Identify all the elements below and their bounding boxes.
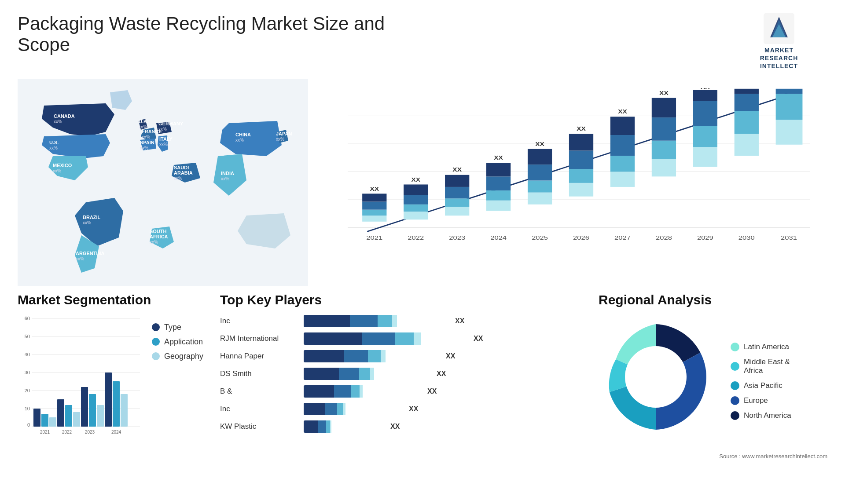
bar-seg1 — [304, 403, 325, 415]
svg-text:xx%: xx% — [142, 135, 150, 139]
geo-dot — [152, 352, 160, 360]
svg-text:ARABIA: ARABIA — [174, 170, 193, 175]
svg-text:2022: 2022 — [408, 234, 424, 241]
app-dot — [152, 338, 160, 346]
player-bar-segments — [304, 350, 442, 362]
logo-area: MARKET RESEARCH INTELLECT — [731, 13, 827, 70]
svg-text:CHINA: CHINA — [235, 132, 251, 137]
svg-rect-137 — [121, 394, 128, 427]
svg-rect-74 — [569, 183, 593, 196]
player-name: Inc — [220, 405, 299, 413]
player-bar-segments — [304, 315, 452, 327]
svg-rect-50 — [404, 212, 428, 219]
bar-seg1 — [304, 350, 344, 362]
svg-rect-100 — [735, 94, 759, 111]
bar-seg1 — [304, 315, 350, 327]
svg-rect-65 — [486, 163, 511, 176]
svg-text:2030: 2030 — [738, 234, 755, 241]
bar-seg2 — [362, 332, 395, 345]
svg-rect-133 — [97, 405, 104, 427]
svg-text:INDIA: INDIA — [221, 171, 234, 176]
north-america-color — [731, 411, 739, 420]
bar-seg3 — [351, 385, 360, 398]
svg-text:XX: XX — [618, 108, 627, 114]
svg-rect-71 — [528, 149, 552, 164]
bar-seg3 — [395, 332, 414, 345]
bar-seg3 — [378, 315, 392, 327]
player-bar-segments — [304, 385, 424, 398]
svg-rect-77 — [569, 134, 593, 150]
svg-text:2029: 2029 — [697, 234, 713, 241]
svg-text:2024: 2024 — [490, 234, 507, 241]
svg-text:2024: 2024 — [111, 430, 121, 435]
svg-text:40: 40 — [25, 352, 30, 357]
svg-text:BRAZIL: BRAZIL — [83, 215, 101, 220]
svg-text:AFRICA: AFRICA — [150, 234, 168, 239]
bar-seg4 — [343, 403, 345, 415]
player-xx: XX — [455, 317, 464, 325]
svg-rect-135 — [105, 373, 112, 427]
svg-rect-136 — [113, 381, 120, 427]
player-row: DS Smith XX — [220, 367, 585, 381]
svg-rect-127 — [57, 399, 64, 427]
svg-rect-99 — [735, 111, 759, 134]
player-row: Inc XX — [220, 314, 585, 328]
svg-text:XX: XX — [370, 186, 379, 192]
reg-legend-latin: Latin America — [731, 343, 791, 351]
svg-rect-95 — [693, 90, 717, 100]
svg-rect-128 — [65, 405, 72, 427]
svg-text:xx%: xx% — [158, 127, 167, 131]
legend-type: Type — [152, 323, 203, 332]
svg-rect-129 — [73, 412, 80, 427]
svg-text:2023: 2023 — [85, 430, 95, 435]
regional-title: Regional Analysis — [599, 292, 827, 307]
svg-text:2028: 2028 — [656, 234, 672, 241]
player-name: B & — [220, 387, 299, 396]
svg-rect-45 — [362, 209, 386, 215]
svg-text:xx%: xx% — [76, 256, 84, 261]
type-dot — [152, 323, 160, 331]
asia-color — [731, 381, 739, 390]
players-section: Top Key Players Inc XX RJM International — [220, 292, 585, 460]
player-xx: XX — [390, 423, 400, 431]
svg-text:SOUTH: SOUTH — [150, 229, 167, 234]
svg-text:ITALY: ITALY — [159, 136, 173, 142]
svg-rect-52 — [404, 195, 428, 205]
latin-color — [731, 343, 739, 351]
logo-text: MARKET RESEARCH INTELLECT — [760, 46, 798, 70]
svg-text:2026: 2026 — [573, 234, 589, 241]
legend-application: Application — [152, 337, 203, 347]
mea-label: Middle East &Africa — [744, 358, 790, 375]
svg-rect-104 — [776, 120, 803, 144]
svg-rect-59 — [445, 175, 469, 186]
svg-text:XX: XX — [411, 176, 420, 183]
svg-text:XX: XX — [577, 125, 586, 131]
svg-rect-44 — [362, 215, 386, 222]
player-bar: XX — [304, 314, 585, 328]
svg-rect-47 — [362, 194, 386, 201]
svg-text:60: 60 — [25, 316, 30, 321]
svg-text:GERMANY: GERMANY — [158, 121, 184, 126]
player-name: KW Plastic — [220, 422, 299, 431]
bar-seg3 — [326, 420, 330, 433]
player-bar: XX — [304, 349, 585, 363]
source-text: Source : www.marketresearchintellect.com — [599, 453, 827, 460]
svg-rect-132 — [89, 394, 96, 427]
svg-text:2025: 2025 — [532, 234, 548, 241]
page-container: Packaging Waste Recycling Market Size an… — [0, 0, 845, 504]
bar-seg1 — [304, 420, 318, 433]
svg-text:xx%: xx% — [53, 168, 61, 173]
donut-chart — [599, 320, 713, 434]
svg-rect-94 — [693, 101, 717, 126]
bar-seg1 — [304, 368, 339, 380]
svg-rect-80 — [610, 172, 635, 186]
player-row: Inc XX — [220, 402, 585, 416]
svg-rect-83 — [610, 117, 635, 135]
bar-seg1 — [304, 332, 362, 345]
player-name: Hanna Paper — [220, 352, 299, 361]
seg-chart-wrapper: 60 50 40 30 20 10 0 — [18, 314, 141, 446]
svg-text:2031: 2031 — [781, 234, 797, 241]
bar-seg3 — [359, 368, 370, 380]
players-title: Top Key Players — [220, 292, 585, 307]
north-america-label: North America — [744, 411, 791, 420]
